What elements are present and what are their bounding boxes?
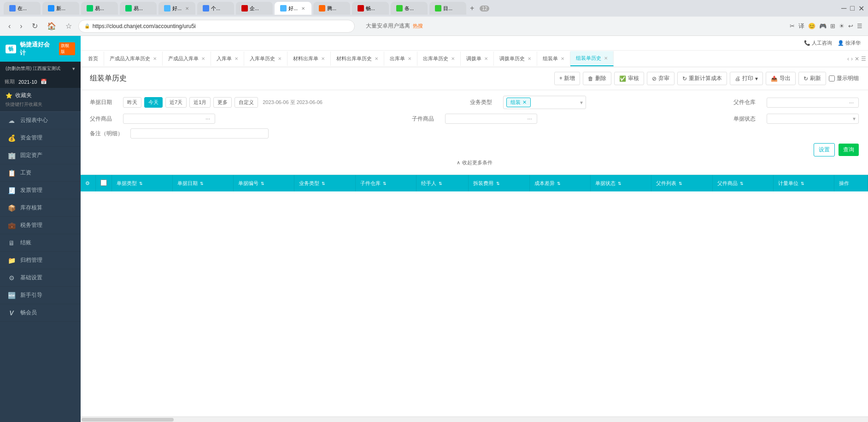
browser-tab-4[interactable]: 易... bbox=[120, 2, 157, 15]
star-button[interactable]: ☆ bbox=[63, 20, 75, 32]
parent-goods-filter[interactable]: ··· bbox=[123, 114, 215, 124]
grid-icon[interactable]: ⊞ bbox=[830, 23, 835, 29]
sidebar-item-settings[interactable]: ⚙ 基础设置 bbox=[0, 269, 81, 287]
bill-status-filter[interactable]: ▾ bbox=[767, 114, 859, 124]
yesterday-btn[interactable]: 昨天 bbox=[123, 97, 141, 108]
tab-assembly-history[interactable]: 组装单历史 ✕ bbox=[570, 51, 614, 66]
sidebar-item-fixed-asset[interactable]: 🏢 固定资产 bbox=[0, 147, 81, 164]
tab-close-6[interactable]: ✕ bbox=[375, 56, 378, 61]
7days-btn[interactable]: 近7天 bbox=[165, 97, 187, 108]
tab-material-outbound-history[interactable]: 材料出库单历史 ✕ bbox=[331, 52, 384, 66]
more-btn[interactable]: 更多 bbox=[213, 97, 232, 108]
close-button[interactable]: ✕ bbox=[858, 4, 864, 13]
tab-material-outbound[interactable]: 材料出库单 ✕ bbox=[287, 52, 331, 66]
audit-button[interactable]: ✅ 审核 bbox=[614, 72, 644, 85]
child-goods-filter[interactable]: ··· bbox=[445, 114, 537, 124]
show-detail-label[interactable]: 显示明细 bbox=[829, 75, 859, 82]
sidebar-item-inventory[interactable]: 📦 库存核算 bbox=[0, 199, 81, 217]
browser-tab-11[interactable]: 各... bbox=[391, 2, 428, 15]
tab-finished-goods-history[interactable]: 产成品入库单历史 ✕ bbox=[104, 52, 163, 66]
parent-warehouse-ellipsis[interactable]: ··· bbox=[847, 99, 856, 106]
child-goods-ellipsis[interactable]: ··· bbox=[525, 116, 534, 122]
user-profile-button[interactable]: 👤 徐泽华 bbox=[838, 40, 861, 46]
col-bill-status[interactable]: 单据状态 ⇅ bbox=[590, 175, 651, 191]
maximize-button[interactable]: □ bbox=[850, 4, 855, 12]
scrollbar-thumb[interactable] bbox=[82, 418, 174, 422]
col-biz-type[interactable]: 业务类型 ⇅ bbox=[294, 175, 355, 191]
tab-close-1[interactable]: ✕ bbox=[153, 56, 157, 61]
col-bill-date[interactable]: 单据日期 ⇅ bbox=[172, 175, 233, 191]
brightness-icon[interactable]: ☀ bbox=[839, 23, 845, 29]
tab-transfer-history[interactable]: 调拨单历史 ✕ bbox=[494, 52, 537, 66]
tab-outbound[interactable]: 出库单 ✕ bbox=[384, 52, 417, 66]
browser-tab-3[interactable]: 易... bbox=[81, 2, 118, 15]
tab-close-2[interactable]: ✕ bbox=[201, 56, 205, 61]
refresh-button[interactable]: ↻ 刷新 bbox=[798, 72, 826, 85]
favorites-sub[interactable]: 快捷键打开收藏夹 bbox=[6, 101, 75, 108]
parent-warehouse-filter[interactable]: ··· bbox=[767, 98, 859, 108]
tab-close-9[interactable]: ✕ bbox=[484, 56, 488, 61]
biz-type-filter[interactable]: 组装 ✕ ▾ bbox=[503, 96, 586, 109]
calendar-icon[interactable]: 📅 bbox=[41, 79, 47, 85]
extensions-icon[interactable]: ✂ bbox=[790, 23, 795, 29]
tab-close-11[interactable]: ✕ bbox=[561, 56, 564, 61]
col-child-warehouse[interactable]: 子件仓库 ⇅ bbox=[355, 175, 416, 191]
company-selector[interactable]: (勿删勿禁用) 江西服宝测试专用 ▾ bbox=[0, 62, 81, 75]
new-tab-button[interactable]: + bbox=[468, 4, 476, 12]
sidebar-item-fund[interactable]: 💰 资金管理 bbox=[0, 129, 81, 147]
tab-close-5[interactable]: ✕ bbox=[321, 56, 325, 61]
tab-close-3[interactable]: ✕ bbox=[235, 56, 238, 61]
tab-close-12[interactable]: ✕ bbox=[604, 56, 608, 61]
tabs-scroll-left[interactable]: ‹ bbox=[847, 56, 849, 62]
sidebar-item-archive[interactable]: 📁 归档管理 bbox=[0, 252, 81, 269]
tab-inbound-history[interactable]: 入库单历史 ✕ bbox=[244, 52, 287, 66]
col-unit[interactable]: 计量单位 ⇅ bbox=[773, 175, 834, 191]
undo-icon[interactable]: ↩ bbox=[848, 23, 853, 29]
col-handler[interactable]: 经手人 ⇅ bbox=[416, 175, 469, 191]
company-dropdown-icon[interactable]: ▾ bbox=[72, 66, 75, 72]
sidebar-item-invoice[interactable]: 🧾 发票管理 bbox=[0, 182, 81, 199]
sidebar-item-cloud-report[interactable]: ☁ 云报表中心 bbox=[0, 112, 81, 129]
print-button[interactable]: 🖨 打印 ▾ bbox=[730, 72, 763, 85]
browser-tab-2[interactable]: 新... bbox=[42, 2, 79, 15]
col-bill-no[interactable]: 单据编号 ⇅ bbox=[234, 175, 294, 191]
reload-button[interactable]: ↻ bbox=[29, 20, 41, 32]
tabs-scroll-right[interactable]: › bbox=[851, 56, 853, 62]
game-icon[interactable]: 🎮 bbox=[819, 23, 827, 29]
recalculate-button[interactable]: ↻ 重新计算成本 bbox=[677, 72, 727, 85]
delete-button[interactable]: 🗑 删除 bbox=[583, 72, 611, 85]
tab-finished-goods[interactable]: 产成品入库单 ✕ bbox=[163, 52, 211, 66]
tab-close-8[interactable]: ✕ bbox=[451, 56, 455, 61]
tab-outbound-history[interactable]: 出库单历史 ✕ bbox=[417, 52, 461, 66]
emoji-icon[interactable]: 😊 bbox=[808, 23, 815, 29]
tabs-menu-icon[interactable]: ☰ bbox=[861, 56, 866, 62]
back-button[interactable]: ‹ bbox=[6, 20, 13, 32]
col-parent-goods[interactable]: 父件商品 ⇅ bbox=[712, 175, 773, 191]
browser-tab-10[interactable]: 畅... bbox=[352, 2, 389, 15]
browser-tab-12[interactable]: 目... bbox=[429, 2, 466, 15]
1month-btn[interactable]: 近1月 bbox=[189, 97, 211, 108]
abandon-button[interactable]: ⊘ 弃审 bbox=[647, 72, 674, 85]
tab-home[interactable]: 首页 bbox=[82, 52, 104, 66]
menu-icon[interactable]: ☰ bbox=[857, 23, 862, 29]
biz-type-remove[interactable]: ✕ bbox=[522, 99, 527, 105]
parent-goods-ellipsis[interactable]: ··· bbox=[204, 116, 212, 122]
minimize-button[interactable]: ─ bbox=[841, 4, 846, 12]
settings-gear-icon[interactable]: ⚙ bbox=[85, 180, 90, 186]
home-button[interactable]: 🏠 bbox=[44, 20, 59, 32]
address-input[interactable]: 🔒 https://cloud.chanjet.com/accounting/u… bbox=[78, 20, 355, 33]
col-settings[interactable]: ⚙ bbox=[81, 175, 95, 191]
sidebar-item-settlement[interactable]: 🖥 结账 bbox=[0, 234, 81, 252]
browser-tab-6[interactable]: 个... bbox=[197, 2, 234, 15]
translate-icon[interactable]: 译 bbox=[798, 22, 804, 30]
browser-tab-8[interactable]: 好... ✕ bbox=[275, 2, 311, 15]
col-cost-diff[interactable]: 成本差异 ⇅ bbox=[529, 175, 590, 191]
browser-tab-1[interactable]: 在... bbox=[4, 2, 41, 15]
export-button[interactable]: 📤 导出 bbox=[766, 72, 796, 85]
tab-transfer[interactable]: 调拨单 ✕ bbox=[461, 52, 494, 66]
customer-service-button[interactable]: 📞 人工咨询 bbox=[804, 40, 832, 46]
tabs-close-current[interactable]: ✕ bbox=[855, 56, 859, 62]
sidebar-item-guide[interactable]: 🆕 新手引导 bbox=[0, 287, 81, 304]
browser-tab-5[interactable]: 好... ✕ bbox=[158, 2, 195, 15]
sidebar-item-tax[interactable]: 💼 税务管理 bbox=[0, 217, 81, 234]
